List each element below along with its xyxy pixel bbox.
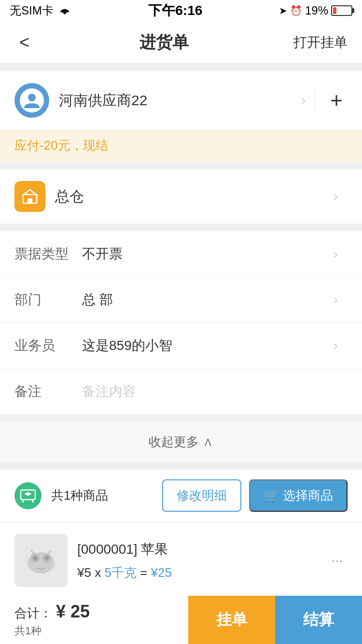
collapse-button[interactable]: 收起更多 ∧ bbox=[0, 422, 362, 462]
product-info: [0000001] 苹果 ¥5 x 5千克 = ¥25 bbox=[77, 540, 327, 581]
form-section: 票据类型 不开票 › 部门 总 部 › 业务员 这是859的小智 › 备注 备注… bbox=[0, 231, 362, 414]
remark-label: 备注 bbox=[14, 382, 82, 401]
products-header: 共1种商品 修改明细 🛒 选择商品 bbox=[0, 470, 362, 521]
divider-mid bbox=[0, 462, 362, 470]
product-name: [0000001] 苹果 bbox=[77, 540, 327, 559]
department-row[interactable]: 部门 总 部 › bbox=[0, 277, 362, 323]
status-right: ➤ ⏰ 19% bbox=[279, 4, 352, 17]
alarm-icon: ⏰ bbox=[290, 5, 302, 16]
page-title: 进货单 bbox=[139, 31, 189, 54]
supplier-section: 河南供应商22 › + 应付-20元，现结 bbox=[0, 71, 362, 162]
modify-detail-button[interactable]: 修改明细 bbox=[162, 479, 241, 512]
salesperson-chevron-icon: › bbox=[334, 338, 338, 353]
select-product-button[interactable]: 🛒 选择商品 bbox=[249, 479, 348, 512]
quantity: 5千克 bbox=[104, 565, 136, 580]
department-chevron-icon: › bbox=[334, 292, 338, 308]
equals: = bbox=[140, 565, 151, 580]
nav-bar: < 进货单 打开挂单 bbox=[0, 21, 362, 64]
invoice-chevron-icon: › bbox=[334, 246, 338, 262]
svg-point-11 bbox=[45, 557, 48, 560]
warehouse-icon bbox=[14, 181, 45, 212]
warehouse-chevron-icon: › bbox=[334, 189, 338, 204]
battery-percent: 19% bbox=[305, 4, 328, 17]
total-line: 合计： ¥ 25 bbox=[14, 602, 174, 622]
products-icon bbox=[14, 482, 42, 509]
battery-icon bbox=[331, 5, 352, 16]
invoice-row[interactable]: 票据类型 不开票 › bbox=[0, 231, 362, 277]
wifi-icon bbox=[57, 4, 72, 17]
select-product-label: 选择商品 bbox=[283, 487, 333, 504]
pending-button[interactable]: 挂单 bbox=[188, 596, 275, 644]
cart-icon: 🛒 bbox=[264, 488, 279, 503]
warehouse-section: 总仓 › bbox=[0, 169, 362, 224]
unit-price: ¥5 x bbox=[77, 565, 104, 580]
supplier-name: 河南供应商22 bbox=[59, 91, 301, 111]
divider-top bbox=[0, 64, 362, 71]
remark-row[interactable]: 备注 备注内容 bbox=[0, 369, 362, 414]
remark-input[interactable]: 备注内容 bbox=[82, 382, 348, 401]
add-button[interactable]: + bbox=[325, 88, 348, 112]
total-label: 合计： bbox=[14, 605, 52, 622]
location-icon: ➤ bbox=[279, 5, 287, 16]
open-pending-button[interactable]: 打开挂单 bbox=[293, 33, 348, 52]
product-title: 苹果 bbox=[141, 542, 168, 557]
product-item: [0000001] 苹果 ¥5 x 5千克 = ¥25 ··· bbox=[0, 522, 362, 599]
product-price: ¥5 x 5千克 = ¥25 bbox=[77, 564, 327, 581]
svg-rect-3 bbox=[28, 198, 32, 203]
product-thumbnail bbox=[14, 534, 68, 587]
sub-count: 共1种 bbox=[14, 624, 174, 638]
footer: 合计： ¥ 25 共1种 挂单 结算 bbox=[0, 596, 362, 644]
department-value: 总 部 bbox=[82, 291, 334, 309]
product-code: [0000001] bbox=[77, 542, 141, 557]
product-thumb-logo bbox=[22, 541, 60, 580]
back-button[interactable]: < bbox=[14, 28, 34, 57]
invoice-value: 不开票 bbox=[82, 245, 334, 263]
warehouse-row[interactable]: 总仓 › bbox=[0, 169, 362, 224]
status-left: 无SIM卡 bbox=[10, 3, 72, 18]
footer-total: 合计： ¥ 25 共1种 bbox=[0, 596, 188, 644]
status-time: 下午6:16 bbox=[148, 1, 202, 20]
alert-banner: 应付-20元，现结 bbox=[0, 129, 362, 162]
total-amount: ¥ 25 bbox=[56, 602, 90, 622]
svg-point-10 bbox=[34, 557, 37, 560]
salesperson-label: 业务员 bbox=[14, 336, 82, 355]
salesperson-value: 这是859的小智 bbox=[82, 336, 334, 355]
status-bar: 无SIM卡 下午6:16 ➤ ⏰ 19% bbox=[0, 0, 362, 21]
supplier-chevron-icon: › bbox=[301, 93, 306, 108]
svg-point-0 bbox=[63, 12, 66, 14]
vertical-divider bbox=[315, 88, 316, 112]
products-count: 共1种商品 bbox=[51, 487, 162, 504]
department-label: 部门 bbox=[14, 291, 82, 309]
avatar-inner bbox=[20, 88, 44, 112]
invoice-label: 票据类型 bbox=[14, 245, 82, 263]
settle-button[interactable]: 结算 bbox=[275, 596, 362, 644]
supplier-avatar bbox=[14, 83, 49, 118]
signal-text: 无SIM卡 bbox=[10, 3, 54, 18]
supplier-row[interactable]: 河南供应商22 › + bbox=[0, 71, 362, 129]
total-price: ¥25 bbox=[151, 565, 172, 580]
warehouse-name: 总仓 bbox=[55, 187, 334, 207]
more-options-icon[interactable]: ··· bbox=[327, 548, 348, 573]
svg-point-1 bbox=[28, 94, 36, 101]
salesperson-row[interactable]: 业务员 这是859的小智 › bbox=[0, 323, 362, 369]
